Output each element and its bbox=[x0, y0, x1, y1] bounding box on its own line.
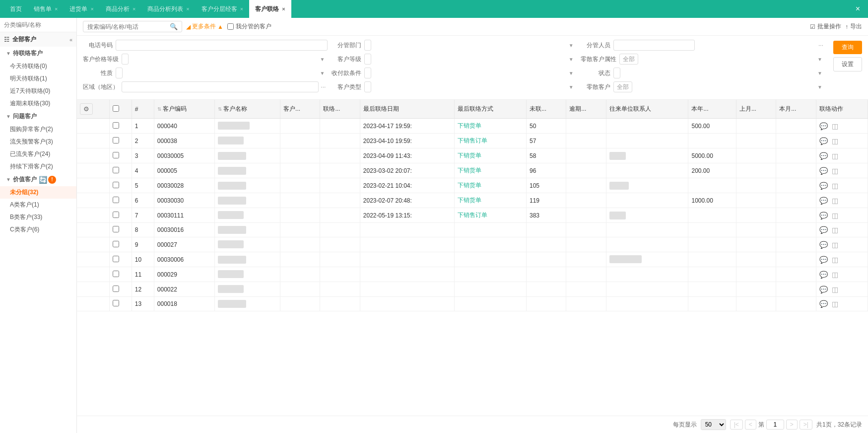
grid-action-icon[interactable]: ◫ bbox=[832, 241, 838, 249]
contact-method-link[interactable]: 下销货单 bbox=[458, 197, 481, 204]
region-input[interactable] bbox=[122, 81, 319, 92]
row-check[interactable] bbox=[113, 152, 119, 158]
grid-action-icon[interactable]: ◫ bbox=[832, 137, 838, 145]
problem-customers-header[interactable]: ▼ 问题客户 bbox=[0, 110, 76, 123]
sidebar-item-ungroup[interactable]: 未分组(32) bbox=[0, 186, 76, 199]
sidebar-item-churn-warning[interactable]: 流失预警客户(3) bbox=[0, 136, 76, 148]
next-page-btn[interactable]: > bbox=[786, 420, 798, 430]
close-purchase-tab[interactable]: × bbox=[90, 6, 93, 12]
grid-action-icon[interactable]: ◫ bbox=[832, 226, 838, 234]
grid-action-icon[interactable]: ◫ bbox=[832, 256, 838, 264]
chat-icon[interactable]: 💬 bbox=[819, 152, 828, 160]
chat-icon[interactable]: 💬 bbox=[819, 286, 828, 293]
row-check[interactable] bbox=[113, 167, 119, 173]
chat-icon[interactable]: 💬 bbox=[819, 256, 828, 264]
chat-icon[interactable]: 💬 bbox=[819, 182, 828, 190]
prev-page-btn[interactable]: < bbox=[745, 420, 756, 430]
close-contact-tab[interactable]: × bbox=[282, 6, 285, 12]
close-product-list-tab[interactable]: × bbox=[186, 6, 189, 12]
sidebar-item-7days[interactable]: 近7天待联络(0) bbox=[0, 85, 76, 97]
grid-action-icon[interactable]: ◫ bbox=[832, 197, 838, 205]
manager-ellipsis[interactable]: ··· bbox=[816, 42, 825, 49]
export-btn[interactable]: ↑ 导出 bbox=[845, 22, 862, 31]
contact-method-link[interactable]: 下销货单 bbox=[458, 167, 481, 174]
contact-method-link[interactable]: 下销售订单 bbox=[458, 137, 487, 144]
batch-ops-btn[interactable]: ☑ 批量操作 bbox=[810, 22, 841, 31]
grid-action-icon[interactable]: ◫ bbox=[832, 212, 838, 219]
region-ellipsis[interactable]: ··· bbox=[319, 83, 328, 90]
grid-action-icon[interactable]: ◫ bbox=[832, 152, 838, 160]
search-icon[interactable]: 🔍 bbox=[170, 23, 178, 30]
more-conditions-btn[interactable]: ◢ 更多条件 ▲ bbox=[186, 22, 223, 31]
waiting-contact-header[interactable]: ▼ 待联络客户 bbox=[0, 47, 76, 60]
level-select[interactable] bbox=[364, 54, 371, 65]
value-customers-header[interactable]: ▼ 价值客户 🔄 ! bbox=[0, 173, 76, 186]
dept-select[interactable] bbox=[364, 40, 371, 51]
select-all-check[interactable] bbox=[113, 105, 119, 112]
settings-button[interactable]: 设置 bbox=[833, 57, 862, 72]
grid-action-icon[interactable]: ◫ bbox=[832, 286, 838, 293]
nav-product-list[interactable]: 商品分析列表 × bbox=[141, 0, 195, 18]
row-check[interactable] bbox=[113, 286, 119, 292]
my-customers-checkbox[interactable]: 我分管的客户 bbox=[227, 22, 271, 31]
sidebar-item-classC[interactable]: C类客户(6) bbox=[0, 223, 76, 236]
row-check[interactable] bbox=[113, 182, 119, 188]
per-page-select[interactable]: 50 100 200 bbox=[701, 419, 726, 430]
row-check[interactable] bbox=[113, 226, 119, 232]
chat-icon[interactable]: 💬 bbox=[819, 197, 828, 205]
nature-select[interactable] bbox=[116, 68, 123, 78]
close-sales-tab[interactable]: × bbox=[55, 6, 58, 12]
row-check[interactable] bbox=[113, 241, 119, 247]
th-name[interactable]: 客户名称 bbox=[215, 100, 280, 119]
sidebar-item-declining[interactable]: 持续下滑客户(2) bbox=[0, 160, 76, 173]
refresh-icon[interactable]: 🔄 bbox=[39, 176, 47, 184]
payment-select[interactable] bbox=[364, 68, 371, 78]
chat-icon[interactable]: 💬 bbox=[819, 241, 828, 249]
close-all-tabs[interactable]: × bbox=[852, 4, 864, 13]
close-segment-tab[interactable]: × bbox=[240, 6, 243, 12]
sidebar-item-churned[interactable]: 已流失客户(24) bbox=[0, 148, 76, 160]
sidebar-item-overdue[interactable]: 逾期未联络(30) bbox=[0, 97, 76, 110]
phone-input[interactable] bbox=[116, 40, 328, 51]
my-customers-check[interactable] bbox=[227, 23, 234, 30]
nav-home[interactable]: 首页 bbox=[4, 0, 28, 18]
sidebar-item-hoarding[interactable]: 囤购异常客户(2) bbox=[0, 123, 76, 136]
sidebar-search-input[interactable] bbox=[4, 21, 77, 28]
grid-action-icon[interactable]: ◫ bbox=[832, 300, 838, 308]
chat-icon[interactable]: 💬 bbox=[819, 300, 828, 308]
nav-customer-segment[interactable]: 客户分层经客 × bbox=[196, 0, 249, 18]
nav-customer-contact[interactable]: 客户联络 × bbox=[249, 0, 291, 18]
sidebar-item-today[interactable]: 今天待联络(0) bbox=[0, 60, 76, 72]
gear-button[interactable]: ⚙ bbox=[80, 103, 93, 115]
row-check[interactable] bbox=[113, 137, 119, 144]
manager-input[interactable] bbox=[613, 40, 695, 51]
collapse-sidebar-btn[interactable]: « bbox=[69, 37, 72, 43]
chat-icon[interactable]: 💬 bbox=[819, 137, 828, 145]
row-check[interactable] bbox=[113, 212, 119, 218]
query-button[interactable]: 查询 bbox=[833, 41, 862, 54]
grid-action-icon[interactable]: ◫ bbox=[832, 271, 838, 279]
all-customers-header[interactable]: ☷ 全部客户 « bbox=[0, 32, 76, 47]
contact-method-link[interactable]: 下销货单 bbox=[458, 182, 481, 189]
price-select[interactable] bbox=[122, 54, 129, 65]
contact-method-link[interactable]: 下销货单 bbox=[458, 122, 481, 129]
chat-icon[interactable]: 💬 bbox=[819, 271, 828, 279]
chat-icon[interactable]: 💬 bbox=[819, 212, 828, 219]
nav-purchase[interactable]: 进货单 × bbox=[64, 0, 99, 18]
close-product-tab[interactable]: × bbox=[133, 6, 135, 12]
contact-method-link[interactable]: 下销货单 bbox=[458, 152, 481, 159]
sidebar-item-classB[interactable]: B类客户(33) bbox=[0, 211, 76, 223]
row-check[interactable] bbox=[113, 300, 119, 306]
status-select[interactable] bbox=[613, 68, 620, 78]
row-check[interactable] bbox=[113, 271, 119, 277]
row-check[interactable] bbox=[113, 122, 119, 129]
scatter-cust-select[interactable]: 全部 bbox=[613, 81, 632, 92]
chat-icon[interactable]: 💬 bbox=[819, 167, 828, 175]
scatter-select[interactable]: 全部 bbox=[619, 54, 638, 65]
contact-method-link[interactable]: 下销售订单 bbox=[458, 212, 487, 218]
nav-sales[interactable]: 销售单 × bbox=[28, 0, 64, 18]
page-input[interactable] bbox=[766, 420, 784, 430]
row-check[interactable] bbox=[113, 256, 119, 262]
sidebar-item-tomorrow[interactable]: 明天待联络(1) bbox=[0, 72, 76, 85]
th-code[interactable]: 客户编码 bbox=[154, 100, 215, 119]
